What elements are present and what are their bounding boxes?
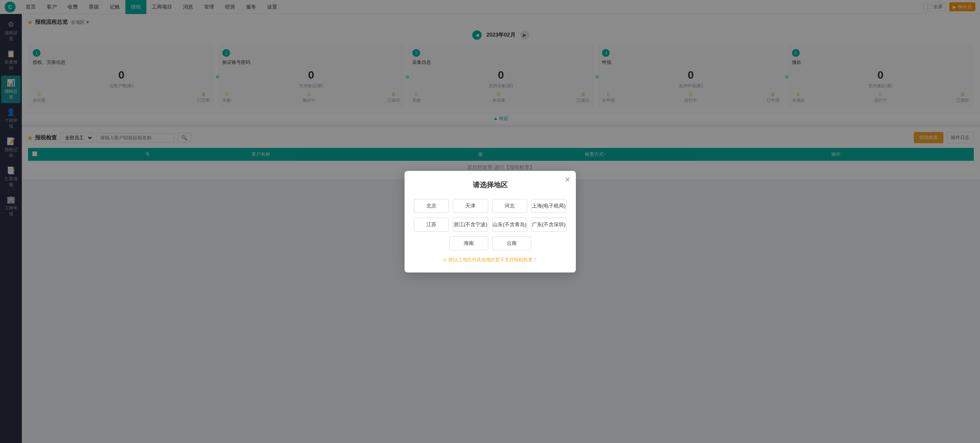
- region-grid-row3: 海南 云南: [414, 236, 567, 250]
- region-btn-zhejiang[interactable]: 浙江(不含宁波): [453, 218, 488, 232]
- region-btn-yunnan[interactable]: 云南: [492, 236, 531, 250]
- region-grid-row1: 北京 天津 河北 上海(电子税局): [414, 199, 567, 213]
- region-btn-tianjin[interactable]: 天津: [453, 199, 488, 213]
- region-modal: ✕ 请选择地区 北京 天津 河北 上海(电子税局) 江苏 浙江(不含宁波) 山东…: [405, 171, 576, 272]
- modal-title: 请选择地区: [414, 180, 567, 190]
- region-btn-jiangsu[interactable]: 江苏: [414, 218, 449, 232]
- warning-text: 除以上地区外其他地区暂不支持报税检查！: [449, 257, 537, 263]
- modal-warning: ⚠ 除以上地区外其他地区暂不支持报税检查！: [414, 257, 567, 263]
- region-btn-shanghai[interactable]: 上海(电子税局): [531, 199, 567, 213]
- modal-overlay[interactable]: ✕ 请选择地区 北京 天津 河北 上海(电子税局) 江苏 浙江(不含宁波) 山东…: [0, 0, 980, 443]
- region-btn-shandong[interactable]: 山东(不含青岛): [492, 218, 528, 232]
- modal-close-btn[interactable]: ✕: [565, 176, 570, 184]
- warning-icon: ⚠: [443, 257, 447, 262]
- region-grid-row2: 江苏 浙江(不含宁波) 山东(不含青岛) 广东(不含深圳): [414, 218, 567, 232]
- region-btn-beijing[interactable]: 北京: [414, 199, 449, 213]
- region-btn-guangdong[interactable]: 广东(不含深圳): [531, 218, 567, 232]
- region-btn-hainan[interactable]: 海南: [449, 236, 488, 250]
- region-btn-hebei[interactable]: 河北: [492, 199, 528, 213]
